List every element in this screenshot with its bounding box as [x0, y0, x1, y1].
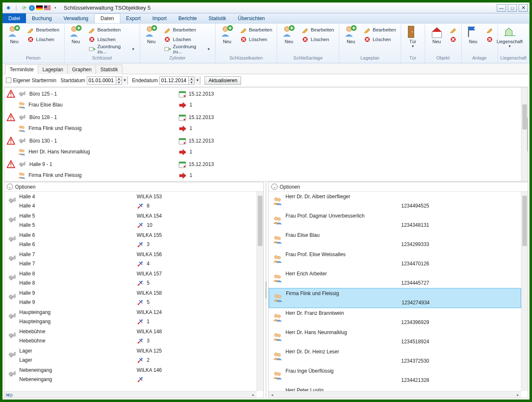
spin-up[interactable]: ▲ — [189, 77, 194, 80]
vertical-splitter[interactable] — [265, 182, 267, 398]
ribbon-liegenschaft-button[interactable]: Liegenschaft▼ — [501, 24, 519, 48]
qat-flag-us-icon[interactable] — [44, 5, 51, 11]
menu-statistik[interactable]: Statistik — [203, 13, 232, 23]
ribbon-neu-button[interactable]: Neu — [342, 24, 360, 44]
close-button[interactable]: ✕ — [519, 4, 528, 12]
menu-übersichten[interactable]: Übersichten — [232, 13, 271, 23]
menu-export[interactable]: Export — [120, 13, 147, 23]
subtab-graphen[interactable]: Graphen — [67, 65, 96, 74]
person-list-item[interactable]: Herr Dr. Hans Neunmalklug 1234518924 — [269, 327, 521, 347]
subtab-statistik[interactable]: Statistik — [96, 65, 122, 74]
scroll-right[interactable]: ▸ — [514, 392, 521, 398]
qat-app-icon[interactable]: ✱ — [5, 5, 12, 11]
scroll-left[interactable]: ◂ — [269, 392, 275, 398]
person-list-item[interactable]: Frau Prof. Dagmar Unverbesserlich 123434… — [269, 211, 521, 230]
qat-flag-de-icon[interactable] — [36, 5, 43, 11]
ribbon-neu-button[interactable]: Neu — [428, 24, 446, 44]
menu-verwaltung[interactable]: Verwaltung — [57, 13, 94, 23]
ribbon-neu-button[interactable]: Neu — [464, 24, 483, 44]
ribbon-neu-button[interactable]: Neu — [280, 24, 298, 44]
subtab-lageplan[interactable]: Lageplan — [38, 65, 67, 74]
start-date-field[interactable] — [87, 78, 116, 83]
scroll-right[interactable]: ▸ — [250, 392, 257, 398]
spin-up[interactable]: ▲ — [116, 77, 122, 80]
ribbon-bearbeiten-button[interactable]: Bearbeiten — [86, 25, 137, 34]
ribbon-lschen-button[interactable]: Löschen — [238, 35, 275, 44]
key-list-item[interactable]: Halle 9 WILKA 158 Halle 9 5 — [4, 288, 257, 307]
key-list-item[interactable]: Halle 6 WILKA 155 Halle 6 3 — [4, 230, 257, 249]
key-list-item[interactable]: Halle 8 WILKA 157 Halle 8 5 — [4, 269, 257, 288]
ribbon-bearbeiten-button[interactable]: Bearbeiten — [238, 25, 275, 34]
person-list-item[interactable]: Herr Dr. Dr. Albert überflieger 12344945… — [269, 192, 521, 211]
person-list-item[interactable]: Frau Elise Blau 1234299333 — [269, 230, 521, 249]
person-list-item[interactable]: Frau Inge Überflüssig 1234421328 — [269, 366, 521, 385]
key-list-item[interactable]: Nebeneingang WILKA 146 Nebeneingang — [4, 365, 257, 384]
spin-down[interactable]: ▼ — [116, 80, 122, 84]
ribbon-neu-button[interactable]: Neu — [218, 24, 236, 44]
ribbon-lschen-button[interactable]: Löschen — [162, 35, 212, 44]
termin-entry[interactable]: Büro 128 - 1 15.12.2013 Firma Flink und … — [4, 111, 521, 135]
ribbon-bearbeiten-button[interactable]: Bearbeiten — [25, 25, 62, 34]
spin-down[interactable]: ▼ — [189, 80, 194, 84]
ribbon-bearbeiten-button[interactable]: Bearbeiten — [300, 25, 336, 34]
menu-import[interactable]: Import — [146, 13, 172, 23]
key-list-item[interactable]: Hebebühne WILKA 148 Hebebühne 3 — [4, 327, 257, 346]
ribbon-neu-button[interactable]: Neu — [67, 24, 85, 44]
person-list-item[interactable]: Frau Prof. Elise Weissalles 1234470126 — [269, 249, 521, 269]
checkbox-icon[interactable] — [6, 78, 11, 83]
horizontal-scrollbar[interactable]: ◂ ▸ — [269, 391, 521, 398]
qat-refresh-icon[interactable]: ⟳ — [21, 5, 28, 11]
key-list-item[interactable]: Lager WILKA 125 Lager 2 — [4, 346, 257, 365]
ribbon-del-small[interactable] — [448, 35, 459, 44]
minimize-button[interactable]: — — [497, 4, 506, 12]
termin-entry[interactable]: Büro 130 - 1 15.12.2013 Herr Dr. Hans Ne… — [4, 135, 521, 158]
maximize-button[interactable]: □ — [508, 4, 517, 12]
ribbon-tür-button[interactable]: Tür▼ — [404, 24, 422, 48]
ribbon-bearbeiten-button[interactable]: Bearbeiten — [362, 25, 398, 34]
ribbon-edit-small[interactable] — [448, 25, 459, 34]
horizontal-scrollbar[interactable]: ◂ http ▸ — [4, 391, 257, 398]
ribbon-del-small[interactable] — [484, 35, 495, 44]
collapse-toggle[interactable]: ⌄ — [7, 184, 13, 190]
vertical-scrollbar[interactable] — [521, 192, 528, 391]
termin-entry[interactable]: Büro 125 - 1 15.12.2013 Frau Elise Blau … — [4, 88, 521, 111]
menu-berichte[interactable]: Berichte — [173, 13, 203, 23]
person-list-item[interactable]: Herr Dr. Franz Branntwein 1234396929 — [269, 308, 521, 327]
menu-datei[interactable]: Datei — [3, 13, 26, 23]
qat-info-icon[interactable]: i — [29, 5, 35, 11]
end-date-input[interactable]: ▲▼ ▼ — [159, 76, 200, 85]
person-list-item[interactable]: Firma Flink und Fleissig 1234274934 — [269, 288, 521, 308]
menu-daten[interactable]: Daten — [94, 13, 120, 23]
own-start-checkbox[interactable]: Eigener Starttermin — [6, 78, 56, 83]
ribbon-lschen-button[interactable]: Löschen — [362, 35, 398, 44]
ribbon-edit-small[interactable] — [484, 25, 495, 34]
ribbon-lschen-button[interactable]: Löschen — [25, 35, 62, 44]
refresh-button[interactable]: Aktualisieren — [205, 76, 241, 85]
ribbon-bearbeiten-button[interactable]: Bearbeiten — [162, 25, 212, 34]
end-date-dropdown[interactable]: ▼ — [194, 76, 200, 85]
person-list-item[interactable]: Herr Dr. Dr. Heinz Leser 1234372530 — [269, 347, 521, 366]
start-date-dropdown[interactable]: ▼ — [122, 76, 127, 85]
person-list-item[interactable]: Herr Peter Lustig — [269, 385, 521, 391]
termin-entry[interactable]: Halle 9 - 1 15.12.2013 Firma Flink und F… — [4, 158, 521, 181]
qat-dropdown-icon[interactable]: ▾ — [52, 5, 59, 11]
ribbon-lschen-button[interactable]: Löschen — [86, 35, 137, 44]
person-list-item[interactable]: Herr Erich Arbeiter 1234445727 — [269, 269, 521, 288]
collapse-toggle[interactable]: ⌄ — [271, 184, 278, 190]
key-list-item[interactable]: Halle 7 WILKA 156 Halle 7 4 — [4, 249, 257, 269]
start-date-input[interactable]: ▲▼ ▼ — [87, 76, 128, 85]
vertical-scrollbar[interactable] — [257, 192, 263, 391]
key-list-item[interactable]: Haupteingang WILKA 124 Haupteingang 1 — [4, 307, 257, 327]
ribbon-zuordnungzu-button[interactable]: Zuordnung zu... ▼ — [86, 44, 137, 54]
menu-buchung[interactable]: Buchung — [26, 13, 57, 23]
subtab-terminliste[interactable]: Terminliste — [5, 65, 38, 74]
key-list-item[interactable]: Halle 5 WILKA 154 Halle 5 10 — [4, 211, 257, 230]
ribbon-zuordnungzu-button[interactable]: Zuordnung zu... ▼ — [162, 44, 212, 54]
key-list-item[interactable]: Halle 4 WILKA 153 Halle 4 8 — [4, 192, 257, 211]
ribbon-neu-button[interactable]: Neu — [143, 24, 161, 44]
splitter-handle[interactable] — [527, 118, 528, 151]
warning-icon — [7, 137, 15, 145]
end-date-field[interactable] — [160, 78, 188, 83]
ribbon-lschen-button[interactable]: Löschen — [300, 35, 336, 44]
ribbon-neu-button[interactable]: Neu — [5, 24, 23, 44]
